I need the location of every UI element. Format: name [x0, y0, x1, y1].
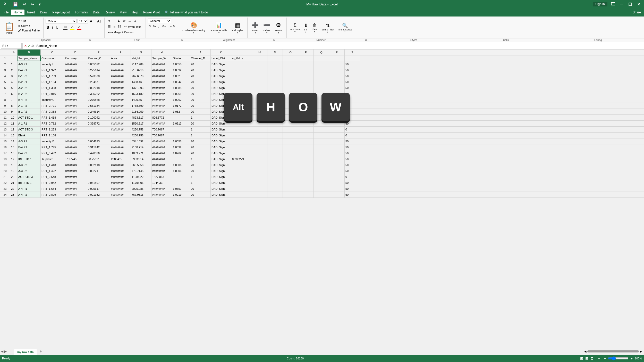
cell[interactable]: ########	[64, 91, 87, 97]
cell[interactable]	[267, 168, 283, 174]
cell[interactable]: 762.6573	[131, 73, 151, 79]
cell[interactable]: DAD: Sign.	[211, 186, 231, 192]
cell[interactable]: ########	[64, 150, 87, 156]
cell[interactable]: A-1 R2	[18, 103, 41, 109]
underline-button[interactable]: U	[55, 25, 60, 30]
cell[interactable]	[283, 73, 298, 79]
cell[interactable]: ########	[110, 192, 131, 198]
cell[interactable]	[231, 138, 252, 144]
cell[interactable]: 1738.699	[131, 103, 151, 109]
col-header-P[interactable]: P	[298, 50, 314, 55]
cell[interactable]: DAD: Sign.	[211, 121, 231, 126]
cell[interactable]	[329, 121, 345, 126]
cell[interactable]: 20	[190, 79, 211, 85]
cell[interactable]	[314, 180, 329, 186]
col-header-B[interactable]: B	[18, 50, 41, 55]
cell[interactable]: ########	[110, 103, 131, 109]
cell[interactable]	[252, 55, 267, 61]
row-number[interactable]: 15	[0, 138, 10, 144]
cell[interactable]	[172, 156, 190, 162]
cell[interactable]: 50	[345, 79, 360, 85]
cell[interactable]: ########	[64, 73, 87, 79]
cell[interactable]: ########	[151, 91, 172, 97]
col-header-L[interactable]: L	[231, 50, 252, 55]
cell[interactable]: ########	[110, 168, 131, 174]
cell[interactable]	[298, 73, 314, 79]
cell[interactable]	[329, 61, 345, 67]
menu-review[interactable]: Review	[102, 10, 117, 15]
cell[interactable]	[314, 133, 329, 138]
cell[interactable]: 1.0058	[172, 61, 190, 67]
cell[interactable]: 1.0262	[172, 97, 190, 103]
cell[interactable]: Percent_C	[87, 55, 110, 61]
cell[interactable]: 1889.271	[131, 150, 151, 156]
cell[interactable]	[231, 133, 252, 138]
row-number[interactable]: 10	[0, 109, 10, 114]
scroll-right-button[interactable]: ▶	[640, 350, 642, 353]
row-number[interactable]: 20	[0, 168, 10, 174]
comma-button[interactable]: ,	[157, 24, 160, 28]
cell[interactable]	[283, 174, 298, 180]
cell[interactable]: ########	[151, 144, 172, 150]
cell[interactable]	[298, 174, 314, 180]
cell[interactable]: Impurity I	[41, 61, 64, 67]
cell[interactable]: RRT_0.368	[41, 109, 64, 114]
cell[interactable]: 20	[190, 150, 211, 156]
cell[interactable]: 4250.758	[131, 127, 151, 132]
cell[interactable]: IBF STD 1	[18, 156, 41, 162]
cell[interactable]: 20	[190, 85, 211, 91]
cell[interactable]: 20	[190, 121, 211, 126]
cell[interactable]	[314, 138, 329, 144]
cell[interactable]	[267, 174, 283, 180]
cell[interactable]	[329, 55, 345, 61]
cell[interactable]	[314, 61, 329, 67]
col-header-I[interactable]: I	[172, 50, 190, 55]
cell[interactable]: ########	[64, 162, 87, 168]
cell[interactable]	[298, 61, 314, 67]
customize-qat-button[interactable]: ▾	[37, 1, 42, 7]
cell[interactable]: 0.478596	[87, 150, 110, 156]
find-select-button[interactable]: 🔍 Find & Select ▾	[336, 22, 353, 34]
cell[interactable]	[267, 156, 283, 162]
cell[interactable]: 50	[345, 186, 360, 192]
cell[interactable]	[267, 67, 283, 73]
cell[interactable]	[314, 73, 329, 79]
cell[interactable]: RRT_1.739	[41, 73, 64, 79]
cell[interactable]: 1.0385	[172, 85, 190, 91]
cell[interactable]: 0.081897	[87, 180, 110, 186]
cell[interactable]	[252, 73, 267, 79]
cell[interactable]	[329, 138, 345, 144]
cell[interactable]	[298, 180, 314, 186]
row-number[interactable]: 24	[0, 192, 10, 198]
format-painter-button[interactable]: 🖌 Format Painter	[17, 28, 42, 32]
cell[interactable]: 767.9513	[131, 192, 151, 198]
cell[interactable]: 1	[190, 115, 211, 120]
cell[interactable]: ########	[110, 115, 131, 120]
cell[interactable]: ########	[64, 192, 87, 198]
cell[interactable]: 9	[10, 109, 18, 114]
cell[interactable]	[267, 79, 283, 85]
cell[interactable]	[298, 55, 314, 61]
cell[interactable]	[252, 144, 267, 150]
minimize-button[interactable]: ─	[619, 1, 625, 7]
cell[interactable]	[252, 156, 267, 162]
cell[interactable]: ########	[64, 168, 87, 174]
cell[interactable]: 20	[190, 162, 211, 168]
cell[interactable]: 1520.517	[131, 121, 151, 126]
cell[interactable]: ########	[110, 144, 131, 150]
menu-data[interactable]: Data	[90, 10, 102, 15]
align-middle-button[interactable]: ↕	[112, 19, 116, 23]
sign-in-button[interactable]: Sign in	[593, 2, 607, 6]
cell[interactable]: RRT_0.899	[41, 192, 64, 198]
cell[interactable]	[283, 67, 298, 73]
increase-font-button[interactable]: A↑	[89, 19, 95, 24]
cell[interactable]	[252, 192, 267, 198]
cell[interactable]	[329, 186, 345, 192]
cell[interactable]	[283, 138, 298, 144]
cell[interactable]: 11795.06	[131, 180, 151, 186]
cell[interactable]: 1.0261	[172, 91, 190, 97]
cell[interactable]: 20	[190, 61, 211, 67]
cell[interactable]: 0.005022	[87, 61, 110, 67]
cell[interactable]	[329, 150, 345, 156]
share-button[interactable]: ↑ Share	[630, 11, 641, 14]
